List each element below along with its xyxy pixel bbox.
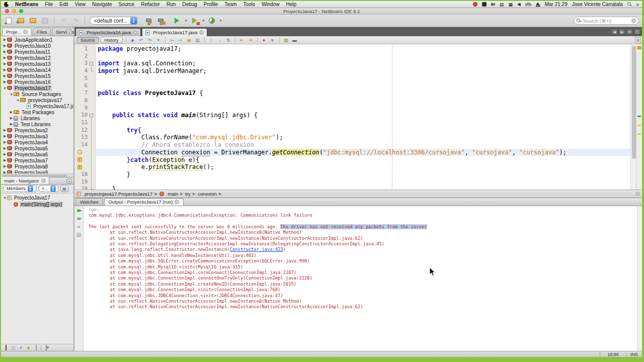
navigator-tree-item[interactable]: main(String[] args) <box>1 201 73 208</box>
stop-build-button[interactable]: ■ <box>75 224 83 230</box>
menu-debug[interactable]: Debug <box>182 2 197 7</box>
editor-vscrollbar[interactable] <box>630 44 636 190</box>
project-tree-item[interactable]: ▶ProyectoJava4 <box>1 139 73 145</box>
rerun-button[interactable]: ▶▶ <box>75 208 83 214</box>
editor-tab-proyectojava16.java[interactable]: ProyectoJava16.java✕ <box>75 28 141 36</box>
profile-project-button[interactable] <box>207 17 216 25</box>
chevron-right-icon[interactable]: ▶ <box>3 44 7 48</box>
new-project-button[interactable] <box>16 17 25 25</box>
chevron-down-icon[interactable]: ▼ <box>3 86 7 90</box>
project-tree-item[interactable]: ▶ProyectoJava2 <box>1 127 73 133</box>
breadcrumb-item[interactable]: try <box>185 191 191 197</box>
toggle-highlight-icon[interactable]: ▣ <box>186 37 193 43</box>
menu-refactor[interactable]: Refactor <box>141 2 160 7</box>
notification-center-icon[interactable]: ≡ <box>636 2 639 7</box>
project-tree-item[interactable]: ▶Libraries <box>1 115 73 121</box>
previous-bookmark-icon[interactable]: ↑ <box>208 37 215 43</box>
project-tree-item[interactable]: ▶ProyectoJava12 <box>1 55 73 61</box>
shift-right-icon[interactable]: ⇥ <box>247 37 254 43</box>
spotlight-search-icon[interactable] <box>627 2 632 7</box>
display-mirroring-icon[interactable]: ▦ <box>508 2 513 7</box>
find-selection-icon[interactable]: ⌖ <box>155 37 162 43</box>
save-all-button[interactable] <box>40 17 49 25</box>
next-bookmark-icon[interactable]: ↓ <box>216 37 223 43</box>
breadcrumb-close-icon[interactable]: ✕ <box>635 192 640 196</box>
chevron-right-icon[interactable]: ▶ <box>3 38 7 42</box>
project-tree-item[interactable]: ▼Source Packages <box>1 91 73 97</box>
sort-combo[interactable]: <...▲▼ <box>38 185 58 192</box>
open-project-button[interactable] <box>28 17 37 25</box>
output-console[interactable]: run:com.mysql.jdbc.exceptions.jdbc4.Comm… <box>84 206 642 351</box>
close-tab-icon[interactable]: ✕ <box>175 200 179 204</box>
breadcrumb-item[interactable]: proyectojava17.ProyectoJava17 <box>85 191 152 197</box>
project-tree-item[interactable]: ▼ProyectoJava17 <box>1 85 73 91</box>
source-view-button[interactable]: Source <box>76 37 99 43</box>
menu-help[interactable]: Help <box>286 2 297 7</box>
back-icon[interactable]: ↶ <box>138 37 145 43</box>
chevron-right-icon[interactable]: ▶ <box>3 158 7 162</box>
scroll-tabs-left-button[interactable]: ◀ <box>611 29 618 35</box>
menu-run[interactable]: Run <box>167 2 176 7</box>
chevron-right-icon[interactable]: ▶ <box>3 128 7 132</box>
uncomment-icon[interactable]: ▬ <box>291 37 298 43</box>
project-tree-item[interactable]: ▶ProyectoJava7 <box>1 157 73 163</box>
error-stripe[interactable] <box>636 44 642 190</box>
chevron-right-icon[interactable]: ▶ <box>3 62 7 66</box>
chevron-right-icon[interactable]: ▶ <box>3 68 7 72</box>
editor-gutter[interactable]: 123−45678910−11121314!!181920212223 <box>74 44 96 190</box>
project-tree-item[interactable]: ▶Test Packages <box>1 109 73 115</box>
menu-profile[interactable]: Profile <box>204 2 218 7</box>
show-fields-filter-icon[interactable]: ▢ <box>11 345 16 350</box>
history-view-button[interactable]: History <box>101 37 123 43</box>
tab-files[interactable]: Files <box>33 28 51 36</box>
close-tab-icon[interactable]: ✕ <box>23 30 28 34</box>
project-tree-item[interactable]: ▶ProyectoJava3 <box>1 133 73 139</box>
menubar-clock[interactable]: Mar 21:29 <box>545 2 568 7</box>
chevron-down-icon[interactable]: ▼ <box>16 99 20 102</box>
menu-navigate[interactable]: Navigate <box>92 2 112 7</box>
recording-app-icon[interactable] <box>473 2 477 7</box>
project-tree-item[interactable]: ▶ProyectoJava6 <box>1 151 73 157</box>
fold-collapse-icon[interactable]: − <box>90 114 93 117</box>
chevron-right-icon[interactable]: ▶ <box>3 56 7 60</box>
printer-icon[interactable]: ▤ <box>500 2 504 7</box>
output-vscrollbar[interactable] <box>637 206 642 351</box>
menubar-user[interactable]: Jose Vicente Carratala <box>572 2 623 7</box>
menu-team[interactable]: Team <box>224 2 236 7</box>
chevron-right-icon[interactable]: ▶ <box>3 80 7 84</box>
chevron-right-icon[interactable]: ▶ <box>9 122 14 126</box>
menu-edit[interactable]: Edit <box>59 2 68 7</box>
show-static-filter-icon[interactable]: I <box>18 345 24 350</box>
project-tree-item[interactable]: ▶Test Libraries <box>1 121 73 127</box>
project-tree-item[interactable]: ▶ProyectoJava14 <box>1 67 73 73</box>
output-settings-button[interactable]: ▤ <box>75 232 83 238</box>
search-input[interactable]: Search (⌘+I) ✕ <box>574 17 639 25</box>
config-select[interactable]: <default conf...▲▼ <box>90 17 137 25</box>
tab-proje[interactable]: Proje...✕ <box>2 28 32 36</box>
volume-icon[interactable]: ◀) <box>517 2 521 7</box>
app-menu[interactable]: NetBeans <box>15 2 38 7</box>
split-document-button[interactable]: ⊞ <box>635 37 641 43</box>
error-stripe-warning-mark[interactable] <box>637 133 641 135</box>
fold-collapse-icon[interactable]: − <box>90 62 93 65</box>
project-tree-item[interactable]: ProyectoJava17.java <box>1 103 73 109</box>
run-dropdown-caret[interactable]: ▾ <box>185 19 187 23</box>
output-tab-output[interactable]: Output - ProyectoJava17 (run)✕ <box>104 198 184 206</box>
last-edited-icon[interactable]: ◈ <box>129 37 136 43</box>
chevron-right-icon[interactable]: ▶ <box>3 74 7 78</box>
breadcrumb-item[interactable]: conexion <box>198 191 217 197</box>
navigator-minimize-button[interactable]: ▪ <box>66 178 72 184</box>
chevron-right-icon[interactable]: ▶ <box>9 116 14 120</box>
show-inherited-filter-icon[interactable] <box>3 345 9 350</box>
menu-tools[interactable]: Tools <box>244 2 255 7</box>
fully-qualified-filter-icon[interactable] <box>43 345 49 350</box>
shift-left-icon[interactable]: ⇤ <box>238 37 246 43</box>
rerun-with-args-button[interactable]: ▶▶ <box>75 216 83 222</box>
warning-icon[interactable]: ! <box>77 165 82 169</box>
chevron-down-icon[interactable]: ▼ <box>3 196 7 200</box>
maximize-editor-button[interactable]: ▢ <box>634 29 640 35</box>
error-stripe-caret-mark[interactable] <box>637 116 641 117</box>
eject-icon[interactable] <box>536 3 540 7</box>
close-tab-icon[interactable]: ✕ <box>133 30 137 35</box>
clean-build-button[interactable] <box>156 17 166 25</box>
